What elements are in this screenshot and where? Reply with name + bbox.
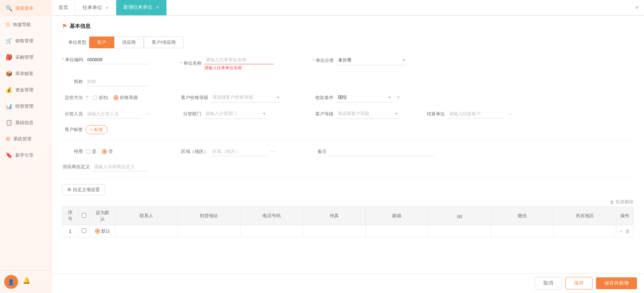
tab-new-contact[interactable]: 新增往来单位 ×: [116, 0, 167, 15]
sidebar-item-purchase[interactable]: 🎒 采购管理: [0, 49, 51, 65]
pricing-level-radio[interactable]: 价格等级: [113, 95, 138, 101]
cell-qq[interactable]: [428, 225, 491, 237]
cell-seq: 1: [62, 225, 78, 237]
pricing-discount-label: 折扣: [99, 95, 108, 101]
address-input[interactable]: [181, 229, 237, 234]
customer-price-level-label: 客户价格等级: [180, 95, 208, 101]
col-address: 到货地址: [178, 207, 240, 225]
sidebar-item-finance[interactable]: 💰 资金管理: [0, 82, 51, 98]
tab-contacts-close[interactable]: ×: [105, 4, 109, 11]
tab-new-contact-close[interactable]: ×: [155, 4, 159, 11]
unit-category-select[interactable]: 未分类 ▾: [337, 55, 406, 65]
unit-code-input[interactable]: [86, 55, 149, 64]
unit-type-both-btn[interactable]: 客户/供应商: [144, 36, 184, 48]
pricing-method-label: 定价方法: [62, 95, 83, 101]
unit-name-input[interactable]: [204, 55, 274, 64]
default-radio[interactable]: 默认: [95, 228, 110, 234]
disabled-region-row: 停用 是 否 区域（地区） ···: [62, 147, 634, 156]
pricing-method-field: 定价方法 ? 折扣 价格等级: [62, 95, 166, 101]
disabled-yes-label: 是: [92, 148, 96, 155]
supplier-custom-row: 供应商自定义: [62, 162, 634, 171]
region-input[interactable]: [211, 147, 267, 156]
sidebar-item-operations[interactable]: 📊 经营管理: [0, 98, 51, 114]
cell-fax[interactable]: [303, 225, 366, 237]
disabled-field: 停用 是 否: [62, 148, 166, 155]
user-avatar[interactable]: 👤: [4, 275, 18, 289]
tab-contacts-label: 往来单位: [83, 5, 102, 11]
settlement-unit-input[interactable]: [448, 109, 503, 119]
manager-input[interactable]: [86, 109, 141, 119]
sidebar-item-label: 快捷导航: [13, 22, 31, 28]
contacts-table: 序号 设为默认 联系人 到货地址 电话号码 传真 邮箱 qq 微信 所在地区 操…: [62, 206, 634, 237]
tab-contacts[interactable]: 往来单位 ×: [76, 0, 116, 15]
delete-row-icon[interactable]: 🗑: [625, 229, 630, 234]
sidebar-item-quicknav[interactable]: ⊙ 快捷导航: [0, 16, 51, 33]
select-all-checkbox[interactable]: [82, 213, 86, 218]
form-content: ⚑ 基本信息 单位类型 客户 供应商 客户/供应商 单位编码: [52, 16, 644, 273]
sales-icon: 🛒: [6, 38, 13, 44]
settlement-more-icon[interactable]: ···: [506, 111, 513, 117]
settlement-unit-label: 结算单位: [424, 111, 445, 117]
region-more-icon[interactable]: ···: [269, 148, 277, 155]
pricing-level-circle: [113, 95, 118, 100]
batch-delete-label[interactable]: 批量删除: [615, 199, 634, 205]
window-close-button[interactable]: ×: [630, 5, 644, 11]
customer-tag-label: 客户标签: [62, 127, 83, 133]
section-title-basic: ⚑ 基本信息: [62, 23, 634, 30]
sidebar-item-label: 经营管理: [15, 103, 33, 109]
cell-contact[interactable]: [115, 225, 178, 237]
unit-type-customer-btn[interactable]: 客户: [89, 36, 114, 48]
cell-wechat[interactable]: [491, 225, 553, 237]
sidebar-item-system[interactable]: ⚙ 系统管理: [0, 131, 51, 147]
add-row-icon[interactable]: +: [620, 229, 622, 234]
cell-checkbox[interactable]: [78, 225, 90, 237]
cell-email[interactable]: [366, 225, 428, 237]
remark-input[interactable]: [329, 147, 434, 156]
section-title-text: 基本信息: [70, 23, 91, 30]
disabled-yes-circle: [86, 149, 91, 154]
sidebar-item-sales[interactable]: 🛒 销售管理: [0, 33, 51, 49]
payment-help-icon[interactable]: ?: [397, 95, 400, 100]
payment-terms-select[interactable]: 现结 ▾: [336, 92, 392, 103]
sidebar-item-inventory[interactable]: 📦 库存核算: [0, 65, 51, 82]
save-add-button[interactable]: 保存并新增: [596, 277, 637, 289]
notification-icon[interactable]: 🔔: [21, 275, 32, 286]
pricing-discount-radio[interactable]: 折扣: [93, 95, 108, 101]
supplier-custom-input[interactable]: [93, 162, 148, 171]
cell-phone[interactable]: [240, 225, 303, 237]
qq-input[interactable]: [432, 229, 487, 234]
disabled-yes-radio[interactable]: 是: [86, 148, 96, 155]
col-checkbox[interactable]: [78, 207, 90, 225]
cell-address[interactable]: [178, 225, 240, 237]
save-button[interactable]: 保存: [565, 277, 592, 290]
cell-region[interactable]: [553, 225, 616, 237]
tab-home[interactable]: 首页: [52, 0, 76, 15]
contact-input[interactable]: [119, 229, 174, 234]
unit-type-supplier-btn[interactable]: 供应商: [114, 36, 144, 48]
customer-level-select[interactable]: 请选择客户等级 ▾: [336, 109, 399, 119]
disabled-no-label: 否: [108, 148, 113, 155]
region-input-table[interactable]: [557, 229, 612, 234]
custom-settings-button[interactable]: ⚙ 自定义项设置: [62, 184, 105, 195]
customer-tag-row: 客户标签 + 标签: [62, 125, 634, 134]
short-name-input[interactable]: [86, 77, 148, 86]
manager-more-icon[interactable]: ···: [144, 111, 151, 117]
sidebar-item-search[interactable]: 🔍 搜索菜单: [0, 0, 51, 16]
fax-input[interactable]: [307, 229, 362, 234]
wechat-input[interactable]: [495, 229, 550, 234]
sidebar-item-newbie[interactable]: 🔖 新手引导: [0, 147, 51, 163]
add-tag-button[interactable]: + 标签: [86, 125, 108, 134]
phone-input[interactable]: [244, 229, 299, 234]
pricing-help-icon[interactable]: ?: [86, 95, 88, 100]
customer-level-label: 客户等级: [313, 111, 333, 117]
department-select[interactable]: 请输入分管部门 ▾: [204, 109, 267, 119]
row-checkbox[interactable]: [82, 228, 86, 233]
email-input[interactable]: [369, 229, 425, 234]
disabled-no-radio[interactable]: 否: [102, 148, 113, 155]
payment-terms-field: 收款条件 现结 ▾ ?: [313, 92, 431, 103]
search-icon: 🔍: [6, 5, 13, 11]
sidebar-item-basic[interactable]: 📋 基础信息: [0, 114, 51, 131]
customer-price-level-select[interactable]: 请选择客户价格等级 ▾: [211, 92, 281, 103]
cancel-button[interactable]: 取消: [535, 277, 562, 290]
customer-level-field: 客户等级 请选择客户等级 ▾: [313, 109, 410, 119]
